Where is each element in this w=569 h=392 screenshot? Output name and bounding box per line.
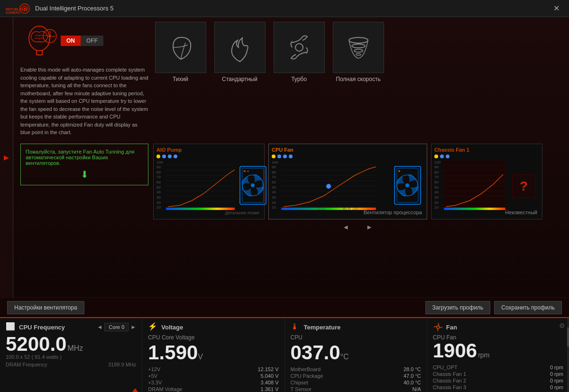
core-prev-button[interactable]: ◄	[97, 324, 102, 330]
mode-btn-standard[interactable]: Стандартный	[212, 22, 267, 82]
cpu-temp-display: 037.0°C	[291, 343, 421, 363]
toggle-off-button[interactable]: OFF	[81, 36, 103, 46]
fan-section-stats: Fan CPU Fan 1906rpm CPU_OPT 0 rpm Chassi…	[427, 318, 569, 392]
chassis-dot-3	[446, 155, 450, 158]
cpu-frequency-section: ⬜ CPU Frequency ◄ Core 0 ► 5200.0MHz 100…	[0, 318, 142, 392]
standard-label: Стандартный	[222, 76, 257, 82]
svg-point-41	[326, 184, 331, 189]
cpu-core-voltage-display: 1.590V	[148, 343, 278, 363]
fan-chart-cpu[interactable]: CPU Fan 100 90	[268, 144, 427, 219]
chart-next-button[interactable]: ►	[362, 222, 376, 232]
close-button[interactable]: ✕	[550, 3, 563, 14]
chart-prev-button[interactable]: ◄	[339, 222, 353, 232]
chassis-dots-row	[434, 155, 539, 158]
mode-btn-fullspeed[interactable]: Полная скорость	[331, 22, 385, 82]
chassis-chart-svg	[444, 160, 505, 210]
temp-title: Temperature	[304, 324, 341, 331]
fan-rows: CPU_OPT 0 rpm Chassis Fan 1 0 rpm Chassi…	[433, 365, 563, 390]
action-bar: Настройки вентилятора Загрузить профиль …	[0, 297, 569, 317]
fan-notice-text: Пожалуйста, запустите Fan Auto Tunning д…	[20, 144, 148, 185]
aio-dot-4	[174, 155, 177, 158]
aio-dot-3	[168, 155, 172, 158]
temp-row-chipset: Chipset 40.0 °C	[291, 380, 421, 385]
aio-dot-2	[162, 155, 166, 158]
app-title: Dual Intelligent Processors 5	[35, 5, 550, 12]
svg-text:20: 20	[300, 207, 304, 210]
fan-stats-title: Fan	[446, 324, 457, 331]
cpu-fan-title: CPU Fan	[272, 147, 424, 153]
core-next-button[interactable]: ►	[130, 324, 136, 330]
fan-icon-svg	[433, 322, 443, 332]
scroll-thumb[interactable]	[567, 328, 569, 346]
standard-icon	[214, 22, 266, 73]
rog-logo: REPUBLIC OF GAMERS	[6, 3, 30, 14]
svg-point-15	[356, 54, 361, 55]
cpu-core-voltage-value: 1.590	[148, 341, 198, 364]
svg-text:10: 10	[284, 207, 287, 210]
cpu-fan-rpm-value: 1906	[433, 339, 477, 362]
mode-btn-turbo[interactable]: Турбо	[272, 22, 326, 82]
gear-icon-button[interactable]: ⚙	[559, 322, 565, 329]
fan-auto-tune-button[interactable]: ⬇	[26, 169, 143, 180]
mode-btn-silent[interactable]: Тихий	[153, 22, 208, 82]
chassis-chart-container: 100 90 80 70 60 50 40 30 20 10	[434, 160, 539, 212]
chart-nav: ◄ ►	[153, 222, 562, 232]
temp-row-package: CPU Package 47.0 °C	[291, 373, 421, 379]
voltage-dram-label: DRAM Voltage	[148, 386, 182, 392]
cpu-core-voltage-label: CPU Core Voltage	[148, 334, 278, 341]
cpu-temp-unit: °C	[340, 353, 349, 361]
temp-rows: MotherBoard 28.0 °C CPU Package 47.0 °C …	[291, 366, 421, 392]
voltage-row-33v: +3.3V 3.408 V	[148, 380, 278, 385]
fan-row-cpu-opt: CPU_OPT 0 rpm	[433, 365, 563, 370]
temp-header: 🌡 Temperature	[291, 322, 421, 332]
svg-point-4	[24, 8, 26, 9]
question-icon: ?	[512, 174, 536, 198]
svg-point-10	[48, 35, 51, 37]
temp-icon: 🌡	[291, 322, 301, 332]
fan-chart-chassis[interactable]: Chassis Fan 1 100 90 80	[431, 144, 542, 219]
fan-chassis3-value: 0 rpm	[550, 384, 563, 390]
turbo-icon	[274, 22, 325, 73]
load-profile-button[interactable]: Загрузить профиль	[425, 301, 491, 314]
aio-pump-title: AIO Pump	[156, 147, 261, 153]
aio-fan-label: Детальнее позже	[225, 210, 259, 215]
svg-point-12	[349, 37, 368, 43]
core-label[interactable]: Core 0	[104, 323, 128, 331]
cpu-dots-row	[272, 155, 424, 158]
dram-row: DRAM Frequency 3199.9 MHz	[6, 362, 136, 367]
cpu-fan-3d-icon	[391, 160, 424, 212]
titlebar: REPUBLIC OF GAMERS Dual Intelligent Proc…	[0, 0, 569, 17]
svg-rect-62	[444, 208, 505, 210]
svg-point-11	[295, 44, 303, 51]
chassis-fan-3d-icon: ?	[508, 160, 539, 212]
fan-auto-arrow-icon: ⬇	[81, 169, 89, 180]
voltage-12v-value: 12.152 V	[257, 366, 278, 372]
voltage-row-dram: DRAM Voltage 1.361 V	[148, 386, 278, 392]
svg-point-50	[405, 183, 409, 187]
fullspeed-icon	[333, 22, 384, 73]
cpu-freq-value: 5200.0	[6, 333, 66, 355]
cpu-dot-1	[272, 155, 275, 158]
fan-settings-button[interactable]: Настройки вентилятора	[7, 301, 84, 314]
sidebar-arrow-icon[interactable]: ▶	[4, 154, 9, 161]
fullspeed-label: Полная скорость	[336, 76, 380, 82]
cpu-temp-label: CPU	[291, 334, 421, 341]
fan-chart-aio-pump[interactable]: AIO Pump 100	[153, 144, 265, 219]
fan-cpu-opt-value: 0 rpm	[550, 365, 563, 370]
temp-chipset-value: 40.0 °C	[404, 380, 421, 385]
aio-chart-container: 100 90 80 70 60 50 40 30 20 10	[156, 160, 261, 212]
ai-brain-icon	[20, 22, 58, 60]
svg-rect-42	[281, 208, 376, 210]
ai-panel: ON OFF Enable this mode will auto-manage…	[20, 22, 148, 137]
voltage-header: ⚡ Voltage	[148, 322, 278, 332]
voltage-rows: +12V 12.152 V +5V 5.040 V +3.3V 3.408 V …	[148, 366, 278, 392]
svg-point-29	[251, 183, 255, 187]
toggle-on-button[interactable]: ON	[61, 36, 81, 46]
cpu-dot-2	[277, 155, 281, 158]
cpu-freq-header: ⬜ CPU Frequency ◄ Core 0 ►	[6, 322, 136, 332]
chassis-fan-title: Chassis Fan 1	[434, 147, 539, 153]
dram-freq-value: 3199.9 MHz	[108, 362, 136, 367]
voltage-row-12v: +12V 12.152 V	[148, 366, 278, 372]
save-profile-button[interactable]: Сохранить профиль	[494, 301, 562, 314]
temp-mb-value: 28.0 °C	[404, 366, 421, 372]
